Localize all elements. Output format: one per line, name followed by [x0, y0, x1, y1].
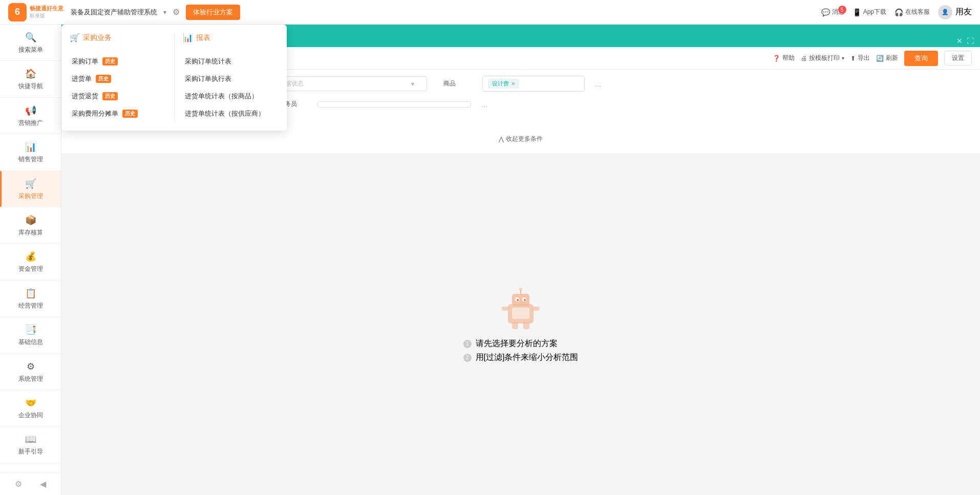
menu-item-purchase-return[interactable]: 进货退货 历史: [70, 88, 166, 105]
purchase-expense-history-badge: 历史: [122, 110, 138, 118]
purchase-return-label: 进货退货: [72, 92, 98, 101]
purchase-business-section: 🛒 采购业务 采购订单 历史 进货单 历史 进货退货 历史 采购费用分摊单 历史: [70, 33, 166, 122]
dropdown-menu: 🛒 采购业务 采购订单 历史 进货单 历史 进货退货 历史 采购费用分摊单 历史…: [61, 25, 287, 131]
purchase-receipt-label: 进货单: [72, 74, 92, 83]
menu-item-receipt-stats-supplier[interactable]: 进货单统计表（按供应商）: [183, 105, 279, 122]
receipt-stats-supplier-label: 进货单统计表（按供应商）: [185, 109, 265, 118]
order-stats-label: 采购订单统计表: [185, 57, 231, 66]
purchase-section-label: 采购业务: [83, 33, 112, 42]
menu-item-purchase-order[interactable]: 采购订单 历史: [70, 53, 166, 70]
reports-section-label: 报表: [196, 33, 210, 42]
menu-item-purchase-expense[interactable]: 采购费用分摊单 历史: [70, 105, 166, 122]
menu-item-order-stats[interactable]: 采购订单统计表: [183, 53, 279, 70]
purchase-section-icon: 🛒: [70, 33, 80, 42]
menu-item-order-exec[interactable]: 采购订单执行表: [183, 70, 279, 88]
purchase-expense-label: 采购费用分摊单: [72, 109, 118, 118]
purchase-order-history-badge: 历史: [102, 57, 118, 66]
purchase-order-label: 采购订单: [72, 57, 98, 66]
menu-item-receipt-stats-goods[interactable]: 进货单统计表（按商品）: [183, 88, 279, 105]
reports-section-icon: 📊: [183, 33, 193, 42]
order-exec-label: 采购订单执行表: [185, 74, 231, 83]
menu-item-purchase-receipt[interactable]: 进货单 历史: [70, 70, 166, 88]
purchase-return-history-badge: 历史: [102, 92, 118, 100]
purchase-receipt-history-badge: 历史: [96, 75, 111, 83]
reports-title: 📊 报表: [183, 33, 279, 47]
reports-section: 📊 报表 采购订单统计表 采购订单执行表 进货单统计表（按商品） 进货单统计表（…: [174, 33, 279, 122]
purchase-business-title: 🛒 采购业务: [70, 33, 166, 47]
receipt-stats-goods-label: 进货单统计表（按商品）: [185, 92, 258, 101]
